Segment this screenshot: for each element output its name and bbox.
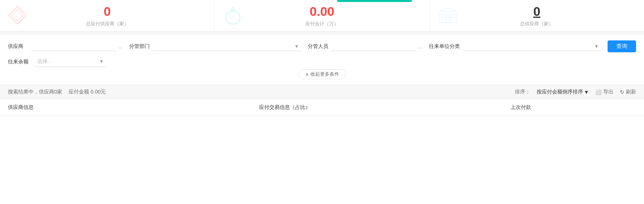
money-bag-icon: ¥ — [223, 5, 243, 25]
collapse-btn[interactable]: ∧ 收起更多条件 — [299, 69, 346, 79]
col-last-payment: 上次付款 — [511, 104, 636, 111]
supplier-label: 供应商 — [8, 43, 28, 50]
balance-placeholder: 选择... — [37, 58, 99, 65]
search-row-2: 往来余额 选择... ▼ — [8, 56, 636, 67]
refresh-icon: ↻ — [620, 89, 624, 95]
stat-total-payable-suppliers: 0 总应付供应商（家） — [0, 0, 215, 31]
refresh-label: 刷新 — [626, 88, 636, 95]
export-button[interactable]: ⬜ 导出 — [595, 88, 614, 95]
diamond-icon — [8, 6, 27, 25]
col-supplier-info: 供应商信息 — [8, 104, 259, 111]
building-icon — [438, 7, 458, 23]
result-amount: 应付金额 0.00元 — [69, 88, 106, 95]
result-count: 搜索结果中，供应商0家 — [8, 88, 62, 95]
sort-option-text: 按应付会额倒序排序 — [537, 88, 583, 95]
svg-point-2 — [226, 11, 240, 24]
unit-class-label: 往来单位分类 — [429, 43, 460, 50]
svg-rect-8 — [451, 14, 454, 17]
svg-marker-1 — [12, 10, 23, 21]
export-label: 导出 — [603, 88, 614, 95]
sort-label: 排序： — [515, 88, 530, 95]
sort-select[interactable]: 按应付会额倒序排序 ▼ — [537, 88, 589, 95]
col-transaction-info: 应付交易信息（占比） — [259, 104, 510, 111]
payable-suppliers-label: 总应付供应商（家） — [86, 21, 129, 27]
search-row-1: 供应商 ... 分管部门 ▼ 分管人员 ... 往来单位分类 ▼ — [8, 40, 636, 52]
balance-chevron: ▼ — [99, 59, 104, 64]
unit-class-select[interactable]: ▼ — [463, 42, 601, 51]
tooltip-bubble: 快速录单的快捷键说明在这里 × — [337, 0, 412, 2]
shortcut-tooltip: 快速录单的快捷键说明在这里 × — [337, 0, 451, 2]
unit-class-field: 往来单位分类 ▼ — [429, 42, 601, 51]
svg-rect-7 — [446, 14, 450, 17]
sort-chevron-icon: ▼ — [584, 89, 589, 95]
person-ellipsis[interactable]: ... — [418, 43, 423, 50]
person-field: 分管人员 ... — [308, 42, 423, 51]
supplier-input[interactable] — [31, 42, 116, 51]
search-area: 供应商 ... 分管部门 ▼ 分管人员 ... 往来单位分类 ▼ — [0, 35, 644, 85]
department-label: 分管部门 — [129, 43, 150, 50]
total-suppliers-label: 总供应商（家） — [520, 21, 553, 27]
stat-total-suppliers: 0 总供应商（家） — [430, 0, 644, 31]
top-stats-bar: 0 总应付供应商（家） ¥ 0.00 应付合计（万） 快速录单的快捷键说明在这里… — [0, 0, 644, 32]
query-button[interactable]: 查询 — [608, 40, 636, 52]
person-label: 分管人员 — [308, 43, 328, 50]
department-select[interactable]: ▼ — [153, 42, 301, 51]
svg-rect-9 — [446, 18, 450, 22]
result-bar-right: 排序： 按应付会额倒序排序 ▼ ⬜ 导出 ↻ 刷新 — [515, 88, 636, 95]
balance-select[interactable]: 选择... ▼ — [35, 56, 106, 67]
supplier-field: 供应商 ... — [8, 42, 123, 51]
supplier-ellipsis[interactable]: ... — [118, 43, 123, 50]
refresh-button[interactable]: ↻ 刷新 — [620, 88, 636, 95]
tooltip-text: 快速录单的快捷键说明在这里 — [341, 0, 403, 0]
stat-payable-total: ¥ 0.00 应付合计（万） 快速录单的快捷键说明在这里 × — [215, 0, 429, 31]
collapse-label: 收起更多条件 — [311, 71, 339, 78]
payable-suppliers-count: 0 — [104, 4, 111, 19]
collapse-section: ∧ 收起更多条件 — [8, 69, 636, 79]
department-field: 分管部门 ▼ — [129, 42, 301, 51]
department-chevron: ▼ — [294, 44, 299, 49]
payable-total-label: 应付合计（万） — [305, 21, 339, 27]
payable-total-amount: 0.00 — [310, 4, 334, 19]
svg-text:¥: ¥ — [230, 15, 233, 20]
table-header: 供应商信息 应付交易信息（占比） 上次付款 — [0, 99, 644, 116]
collapse-up-icon: ∧ — [305, 72, 309, 77]
table-area: 供应商信息 应付交易信息（占比） 上次付款 — [0, 99, 644, 204]
balance-label: 往来余额 — [8, 58, 29, 65]
person-input[interactable] — [332, 42, 416, 51]
table-body — [0, 116, 644, 204]
total-suppliers-count: 0 — [533, 4, 540, 19]
export-icon: ⬜ — [595, 89, 602, 95]
result-bar: 搜索结果中，供应商0家 应付金额 0.00元 排序： 按应付会额倒序排序 ▼ ⬜… — [0, 85, 644, 99]
unit-class-chevron: ▼ — [594, 44, 599, 49]
balance-field: 往来余额 选择... ▼ — [8, 56, 106, 67]
svg-rect-6 — [442, 14, 445, 17]
